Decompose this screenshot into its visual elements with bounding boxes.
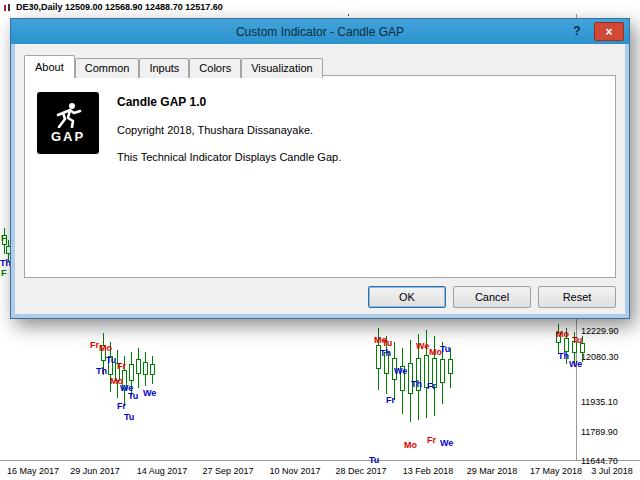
day-marker: We [569,360,582,369]
time-axis-line [0,460,640,461]
about-content: GAP Candle GAP 1.0 Copyright 2018, Thush… [25,76,615,179]
reset-button[interactable]: Reset [538,286,616,308]
day-marker: Tu [572,336,582,345]
day-marker: We [394,367,407,376]
date-label: 29 Jun 2017 [70,466,120,476]
day-marker: F [1,269,7,278]
day-marker: Fr [90,341,99,350]
price-label: 11644.70 [581,456,618,466]
tab-visualization[interactable]: Visualization [241,58,323,78]
custom-indicator-dialog: Custom Indicator - Candle GAP ? × AboutC… [10,18,630,319]
mt4-chart-window: 13695.1012229.9012080.3011935.1011789.90… [0,0,640,480]
day-marker: We [416,342,429,351]
day-marker: Th [96,367,107,376]
date-label: 16 May 2017 [7,466,59,476]
day-marker: Fr [427,382,436,391]
day-marker: We [143,389,156,398]
tab-inputs[interactable]: Inputs [139,58,189,78]
symbol-ohlc-text: DE30,Daily 12509.00 12568.90 12488.70 12… [16,2,223,12]
dialog-tabs: AboutCommonInputsColorsVisualization [24,54,616,77]
cancel-button[interactable]: Cancel [453,286,531,308]
dialog-titlebar[interactable]: Custom Indicator - Candle GAP ? × [11,19,629,44]
candle-body [448,359,453,374]
price-label: 12080.30 [581,352,619,362]
copyright-text: Copyright 2018, Thushara Dissanayake. [117,124,341,136]
indicator-name: Candle GAP 1.0 [117,95,341,109]
date-label: 28 Dec 2017 [335,466,386,476]
day-marker: Tu [369,456,379,465]
gap-logo-text: GAP [51,129,85,144]
date-label: 29 Mar 2018 [467,466,518,476]
candle-body [143,362,148,375]
candle-body [136,359,141,374]
ok-button[interactable]: OK [368,286,446,308]
about-tab-panel: GAP Candle GAP 1.0 Copyright 2018, Thush… [24,75,616,278]
help-button[interactable]: ? [569,24,585,40]
day-marker: Mo [99,344,112,353]
day-marker: Tu [382,339,392,348]
day-marker: Fr [427,436,436,445]
candle-gap-logo: GAP [37,92,99,154]
description-text: This Technical Indicator Displays Candle… [117,151,341,163]
tab-about[interactable]: About [24,55,75,78]
date-label: 13 Feb 2018 [403,466,454,476]
price-label: 11935.10 [581,397,618,407]
day-marker: Tu [124,413,134,422]
day-marker: Mo [556,330,569,339]
dialog-title: Custom Indicator - Candle GAP [236,25,404,39]
day-marker: Fr [117,362,126,371]
day-marker: Th [380,349,391,358]
price-label: 11789.90 [581,427,618,437]
running-man-icon [51,102,85,128]
day-marker: Th [558,352,569,361]
date-label: 27 Sep 2017 [202,466,253,476]
dialog-body: AboutCommonInputsColorsVisualization GAP… [15,44,625,314]
candle-body [564,338,569,352]
day-marker: Tu [106,356,116,365]
day-marker: Fr [386,396,395,405]
day-marker: Fr [117,402,126,411]
candle-body [440,359,445,383]
date-label: 14 Aug 2017 [137,466,188,476]
day-marker: Tu [440,345,450,354]
tab-common[interactable]: Common [75,58,140,78]
date-label: 3 Jul 2018 [591,466,633,476]
close-icon: × [605,26,612,38]
symbol-bar: DE30,Daily 12509.00 12568.90 12488.70 12… [0,0,640,14]
day-marker: Tu [128,392,138,401]
date-label: 10 Nov 2017 [269,466,320,476]
candlestick-chart-icon [3,3,12,12]
dialog-buttons: OK Cancel Reset [368,286,616,308]
candle-body [150,364,155,375]
candle-body [129,364,134,381]
day-marker: Th [411,380,422,389]
date-label: 17 May 2018 [530,466,582,476]
close-button[interactable]: × [594,22,624,41]
day-marker: F [1,234,7,243]
about-text-block: Candle GAP 1.0 Copyright 2018, Thushara … [117,92,341,163]
tab-colors[interactable]: Colors [189,58,241,78]
price-label: 12229.90 [581,326,619,336]
day-marker: Mo [404,441,417,450]
day-marker: We [440,439,453,448]
